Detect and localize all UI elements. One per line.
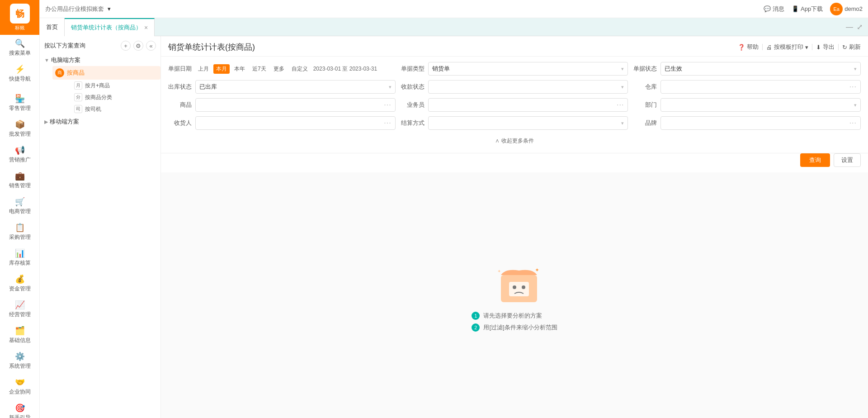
out-status-input[interactable]: 已出库 ▾ <box>195 80 396 94</box>
doc-type-label: 单据类型 <box>401 65 425 73</box>
system-icon: ⚙️ <box>15 352 25 361</box>
page-header-btns: ❓ 帮助 🖨 按模板打印 ▾ ⬇ 导出 <box>738 43 861 51</box>
filter-form: 单据日期 上月 本月 本年 近7天 更多 自定义 2023-03-01 至 20… <box>161 57 868 153</box>
basic-icon: 🗂️ <box>15 326 25 336</box>
export-icon: ⬇ <box>816 44 821 51</box>
sidebar-item-retail[interactable]: 🏪 零售管理 <box>0 90 39 116</box>
mobile-scheme-header[interactable]: ▶ 移动端方案 <box>40 115 160 128</box>
filter-add-btn[interactable]: + <box>121 41 131 51</box>
date-range-display: 2023-03-01 至 2023-03-31 <box>313 65 377 73</box>
quick-icon: ⚡ <box>15 64 25 74</box>
scheme-by-client[interactable]: 司 按司机 <box>72 103 160 115</box>
tab-sales-stats[interactable]: 销货单统计计表（按商品） × <box>65 18 155 36</box>
sidebar-item-sales[interactable]: 💼 销售管理 <box>0 167 39 193</box>
brand-dots: ··· <box>849 119 857 127</box>
tab-close-btn[interactable]: × <box>144 24 148 31</box>
settlement-input[interactable]: ▾ <box>428 116 628 130</box>
scheme-by-month-product[interactable]: 月 按月+商品 <box>72 80 160 91</box>
collapse-conditions-btn[interactable]: ∧ 收起更多条件 <box>168 134 861 147</box>
product-input[interactable]: ··· <box>195 98 396 112</box>
sidebar-item-guide[interactable]: 🎯 新手引导 <box>0 399 39 418</box>
settings-btn[interactable]: 设置 <box>834 153 861 167</box>
scheme-by-product[interactable]: 商 按商品 <box>52 66 160 80</box>
finance-icon: 💰 <box>15 274 25 284</box>
sidebar-item-corp[interactable]: 🤝 企业协同 <box>0 374 39 399</box>
purchase-icon: 📋 <box>15 223 25 233</box>
message-btn[interactable]: 💬 消息 <box>764 5 784 13</box>
payment-status-input[interactable]: ▾ <box>428 80 628 94</box>
hint-num-2: 2 <box>472 323 480 332</box>
sidebar-item-search[interactable]: 🔍 搜索菜单 <box>0 35 39 61</box>
sidebar-item-marketing[interactable]: 📢 营销推广 <box>0 142 39 167</box>
sidebar-label-operation: 经营管理 <box>9 311 31 318</box>
tabs-bar: 首页 销货单统计计表（按商品） × — ⤢ <box>40 18 868 36</box>
warehouse-input[interactable]: ··· <box>660 80 861 94</box>
app-download-btn[interactable]: 📱 App下载 <box>792 5 823 13</box>
dept-input[interactable]: ▾ <box>660 98 861 112</box>
pc-scheme-header[interactable]: ▼ 电脑端方案 <box>40 54 160 66</box>
doc-type-input[interactable]: 销货单 ▾ <box>428 62 628 76</box>
help-btn[interactable]: ❓ 帮助 <box>738 43 759 51</box>
doc-status-input[interactable]: 已生效 ▾ <box>660 62 861 76</box>
scheme-by-category[interactable]: 分 按商品分类 <box>72 91 160 103</box>
filter-row-4: 收货人 ··· 结算方式 ▾ 品牌 <box>168 116 861 130</box>
sidebar-item-quick[interactable]: ⚡ 快捷导航 <box>0 61 39 86</box>
date-btn-custom[interactable]: 自定义 <box>289 64 311 74</box>
btn-divider3 <box>838 44 839 50</box>
out-status-arrow: ▾ <box>389 84 392 90</box>
filter-edit-btn[interactable]: ⚙ <box>133 41 143 51</box>
sidebar-item-system[interactable]: ⚙️ 系统管理 <box>0 348 39 374</box>
logo-text: 畅 <box>15 8 24 20</box>
svg-point-2 <box>513 285 516 289</box>
sidebar-label-guide: 新手引导 <box>9 414 31 418</box>
salesman-input[interactable]: ··· <box>428 98 628 112</box>
date-btn-7days[interactable]: 近7天 <box>250 64 269 74</box>
query-btn[interactable]: 查询 <box>800 153 830 167</box>
field-dept: 部门 ▾ <box>633 98 861 112</box>
export-btn[interactable]: ⬇ 导出 <box>816 43 835 51</box>
sidebar-item-inventory[interactable]: 📊 库存核算 <box>0 245 39 271</box>
brand-input[interactable]: ··· <box>660 116 861 130</box>
date-btn-this-year[interactable]: 本年 <box>231 64 248 74</box>
sidebar-item-basic[interactable]: 🗂️ 基础信息 <box>0 322 39 348</box>
date-btn-last-month[interactable]: 上月 <box>195 64 212 74</box>
product-dots: ··· <box>384 101 391 109</box>
refresh-btn[interactable]: ↻ 刷新 <box>842 43 861 51</box>
tab-maximize-btn[interactable]: ⤢ <box>857 23 863 31</box>
field-out-status: 出库状态 已出库 ▾ <box>168 80 396 94</box>
topbar-right: 💬 消息 📱 App下载 Ea demo2 <box>764 3 863 15</box>
sidebar-item-finance[interactable]: 💰 资金管理 <box>0 271 39 296</box>
pc-scheme-label: 电脑端方案 <box>51 56 80 64</box>
receiver-input[interactable]: ··· <box>195 116 396 130</box>
date-btn-more[interactable]: 更多 <box>271 64 287 74</box>
sidebar-item-operation[interactable]: 📈 经营管理 <box>0 296 39 322</box>
tab-minimize-btn[interactable]: — <box>846 23 853 31</box>
action-bar: 查询 设置 <box>161 153 868 172</box>
filter-collapse-btn[interactable]: « <box>146 41 156 51</box>
page-header-row: 销货单统计计表(按商品) ❓ 帮助 🖨 按模板打印 ▾ <box>168 42 861 52</box>
sidebar-item-purchase[interactable]: 📋 采购管理 <box>0 219 39 245</box>
username: demo2 <box>844 5 863 12</box>
topbar-dropdown[interactable]: ▾ <box>108 5 111 12</box>
empty-area: ✦ ✦ 1 请先选择要分析的方案 2 用[过滤]条件来缩小分析范围 <box>161 172 868 418</box>
print-btn[interactable]: 🖨 按模板打印 ▾ <box>766 43 808 51</box>
app-download-label: App下载 <box>801 5 823 13</box>
sidebar-label-quick: 快捷导航 <box>9 75 31 83</box>
sidebar-label-search: 搜索菜单 <box>9 49 31 57</box>
empty-hint-2: 2 用[过滤]条件来缩小分析范围 <box>472 323 557 332</box>
filter-row-2: 出库状态 已出库 ▾ 收款状态 ▾ 仓库 <box>168 80 861 94</box>
ecom-icon: 🛒 <box>15 197 25 207</box>
user-area[interactable]: Ea demo2 <box>830 3 863 15</box>
topbar: 办公用品行业模拟账套 ▾ 💬 消息 📱 App下载 Ea demo2 <box>40 0 868 18</box>
sidebar-item-ecom[interactable]: 🛒 电商管理 <box>0 193 39 219</box>
tab-home[interactable]: 首页 <box>40 18 65 36</box>
date-btn-this-month[interactable]: 本月 <box>213 64 230 74</box>
sidebar-item-wholesale[interactable]: 📦 批发管理 <box>0 116 39 142</box>
by-category-icon: 分 <box>74 93 82 101</box>
filter-panel-title: 按以下方案查询 <box>44 42 85 50</box>
field-settlement: 结算方式 ▾ <box>401 116 628 130</box>
date-quick-btns: 上月 本月 本年 近7天 更多 自定义 <box>195 64 311 74</box>
user-avatar: Ea <box>830 3 843 15</box>
field-brand: 品牌 ··· <box>633 116 861 130</box>
field-payment-status: 收款状态 ▾ <box>401 80 628 94</box>
